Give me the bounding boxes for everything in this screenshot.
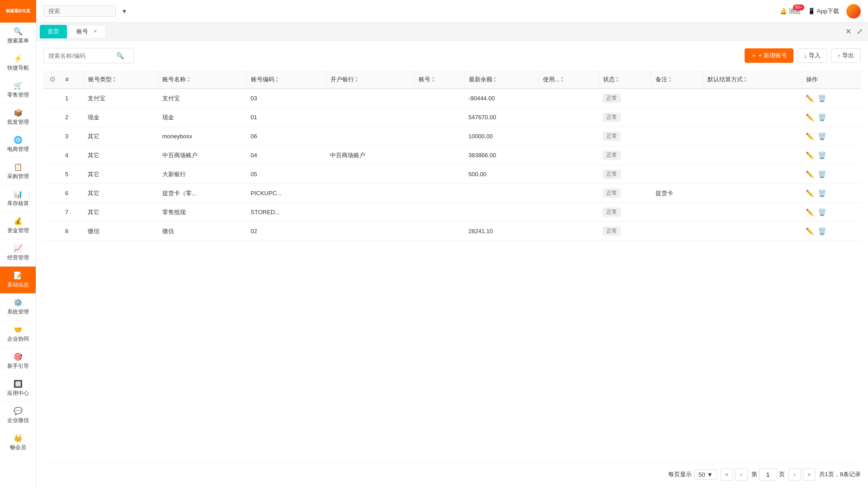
row-status: 正常 xyxy=(599,146,652,165)
header-search-input[interactable] xyxy=(43,5,116,17)
search-input[interactable] xyxy=(48,52,116,59)
status-badge: 正常 xyxy=(603,113,621,122)
last-page-button[interactable]: » xyxy=(803,468,816,481)
edit-button[interactable]: ✏️ xyxy=(806,94,814,103)
prev-page-button[interactable]: ‹ xyxy=(735,468,748,481)
page-size-chevron: ▼ xyxy=(707,471,713,478)
row-default-settlement xyxy=(703,108,802,127)
col-account[interactable]: 账号 ▲▼ xyxy=(415,70,465,89)
col-usage[interactable]: 使用... ▲▼ xyxy=(539,70,599,89)
edit-button[interactable]: ✏️ xyxy=(806,113,814,122)
delete-button[interactable]: 🗑️ xyxy=(818,94,826,103)
search-box[interactable]: 🔍 xyxy=(43,48,134,63)
col-default-settlement[interactable]: 默认结算方式 ▲▼ xyxy=(703,70,802,89)
sidebar-item-capital-mgmt[interactable]: 💰 资金管理 xyxy=(0,212,36,239)
delete-button[interactable]: 🗑️ xyxy=(818,189,826,197)
edit-button[interactable]: ✏️ xyxy=(806,132,814,141)
sidebar-item-system-mgmt[interactable]: ⚙️ 系统管理 xyxy=(0,294,36,321)
row-bank: 中百商场账户 xyxy=(326,146,415,165)
row-account-type: 微信 xyxy=(84,222,158,241)
row-account-code: 05 xyxy=(247,165,326,184)
sidebar-item-inventory[interactable]: 📊 库存核算 xyxy=(0,185,36,212)
notification-badge: 99+ xyxy=(793,5,804,10)
delete-button[interactable]: 🗑️ xyxy=(818,113,826,122)
tab-close-button[interactable]: ✕ xyxy=(92,28,98,35)
tab-home[interactable]: 首页 xyxy=(40,25,67,38)
sort-icons: ▲▼ xyxy=(493,76,497,83)
row-balance: 500.00 xyxy=(465,165,539,184)
action-buttons: ✏️ 🗑️ xyxy=(806,151,857,160)
header-dropdown-button[interactable]: ▼ xyxy=(121,8,127,15)
per-page-label: 每页显示 xyxy=(668,470,692,479)
main-area: ▼ 🔔 消息 99+ 📱 App下载 首页 账号 ✕ ✕ ⤢ xyxy=(36,0,868,488)
row-usage xyxy=(539,127,599,146)
sidebar-item-ecommerce-mgmt[interactable]: 🌐 电商管理 xyxy=(0,131,36,158)
edit-button[interactable]: ✏️ xyxy=(806,208,814,216)
import-button[interactable]: ↓ 导入 xyxy=(797,48,827,63)
sidebar-item-quick-nav[interactable]: ⚡ 快捷导航 xyxy=(0,50,36,77)
top-header: ▼ 🔔 消息 99+ 📱 App下载 xyxy=(36,0,868,23)
sidebar-item-beginner-guide[interactable]: 🎯 新手引导 xyxy=(0,348,36,375)
user-avatar[interactable] xyxy=(846,4,861,19)
app-logo: 畅捷通好生意 xyxy=(0,0,36,23)
export-button[interactable]: ↑ 导出 xyxy=(831,48,861,63)
col-account-type[interactable]: 账号类型 ▲▼ xyxy=(84,70,158,89)
col-status[interactable]: 状态 ▲▼ xyxy=(599,70,652,89)
col-remark[interactable]: 备注 ▲▼ xyxy=(652,70,703,89)
table-row: 1 支付宝 支付宝 03 -90444.00 正常 ✏️ 🗑️ xyxy=(43,89,861,108)
notification-button[interactable]: 🔔 消息 99+ xyxy=(780,7,801,15)
delete-button[interactable]: 🗑️ xyxy=(818,227,826,235)
total-records: 共1页，8条记录 xyxy=(819,470,861,479)
row-index: 7 xyxy=(61,203,84,222)
app-download-button[interactable]: 📱 App下载 xyxy=(808,7,839,15)
delete-button[interactable]: 🗑️ xyxy=(818,151,826,160)
tab-account[interactable]: 账号 ✕ xyxy=(69,25,106,38)
sidebar-item-label: 畅会员 xyxy=(10,444,26,451)
app-center-icon: 🔲 xyxy=(14,380,23,388)
action-buttons: ✏️ 🗑️ xyxy=(806,208,857,216)
sidebar-item-enterprise-agreement[interactable]: 🤝 企业协同 xyxy=(0,321,36,348)
sidebar-item-wholesale-mgmt[interactable]: 📦 批发管理 xyxy=(0,104,36,131)
sidebar-item-search-menu[interactable]: 🔍 搜索菜单 xyxy=(0,23,36,50)
col-account-name[interactable]: 账号名称 ▲▼ xyxy=(159,70,247,89)
export-icon: ↑ xyxy=(838,52,841,59)
sidebar-item-app-center[interactable]: 🔲 应用中心 xyxy=(0,375,36,402)
next-page-button[interactable]: › xyxy=(788,468,801,481)
sidebar-item-basic-info[interactable]: 📝 基础信息 xyxy=(0,267,36,294)
col-bank[interactable]: 开户银行 ▲▼ xyxy=(326,70,415,89)
row-account-type: 其它 xyxy=(84,165,158,184)
delete-button[interactable]: 🗑️ xyxy=(818,170,826,178)
close-tab-button[interactable]: ✕ xyxy=(844,26,853,37)
col-balance[interactable]: 最新余额 ▲▼ xyxy=(465,70,539,89)
row-remark xyxy=(652,108,703,127)
col-account-code[interactable]: 账号编码 ▲▼ xyxy=(247,70,326,89)
delete-button[interactable]: 🗑️ xyxy=(818,208,826,216)
page-number-input[interactable] xyxy=(759,468,777,481)
row-index: 4 xyxy=(61,146,84,165)
col-account-type-label: 账号类型 xyxy=(88,75,112,84)
col-setting[interactable]: ⚙ xyxy=(43,70,61,89)
row-usage xyxy=(539,165,599,184)
purchase-mgmt-icon: 📋 xyxy=(14,163,23,171)
page-size-dropdown[interactable]: 50 ▼ xyxy=(694,469,717,480)
edit-button[interactable]: ✏️ xyxy=(806,151,814,160)
edit-button[interactable]: ✏️ xyxy=(806,227,814,235)
edit-button[interactable]: ✏️ xyxy=(806,170,814,178)
table-row: 7 其它 零售抵现 STORED... 正常 ✏️ 🗑️ xyxy=(43,203,861,222)
add-account-button[interactable]: ＋ + 新增账号 xyxy=(745,48,793,63)
page-label: 第 xyxy=(751,470,757,479)
edit-button[interactable]: ✏️ xyxy=(806,189,814,197)
sidebar-item-purchase-mgmt[interactable]: 📋 采购管理 xyxy=(0,158,36,185)
column-settings-icon[interactable]: ⚙ xyxy=(49,75,56,83)
page-size-select: 每页显示 50 ▼ xyxy=(668,469,717,480)
row-index: 2 xyxy=(61,108,84,127)
sidebar-item-vip-member[interactable]: 👑 畅会员 xyxy=(0,429,36,456)
basic-info-icon: 📝 xyxy=(14,271,23,280)
sidebar-item-operation-mgmt[interactable]: 📈 经营管理 xyxy=(0,239,36,267)
sidebar-item-enterprise-wechat[interactable]: 💬 企业微信 xyxy=(0,402,36,429)
add-button-label: + 新增账号 xyxy=(759,52,787,60)
delete-button[interactable]: 🗑️ xyxy=(818,132,826,141)
expand-tab-button[interactable]: ⤢ xyxy=(855,26,864,37)
sidebar-item-retail-mgmt[interactable]: 🛒 零售管理 xyxy=(0,77,36,104)
first-page-button[interactable]: « xyxy=(721,468,733,481)
